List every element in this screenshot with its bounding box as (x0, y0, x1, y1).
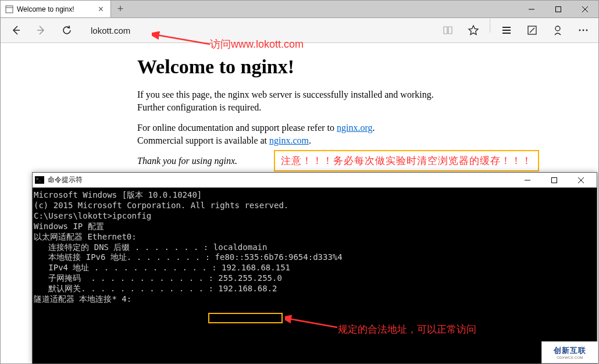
svg-rect-18 (552, 177, 557, 183)
close-button[interactable] (572, 1, 598, 17)
forward-button[interactable] (30, 19, 53, 42)
cmd-output: Microsoft Windows [版本 10.0.10240](c) 201… (33, 188, 597, 307)
svg-point-15 (586, 30, 588, 31)
more-button[interactable] (572, 19, 595, 42)
cmd-line: Windows IP 配置 (34, 222, 596, 232)
toolbar-divider (490, 19, 490, 33)
tab-title: Welcome to nginx! (17, 5, 92, 13)
watermark-logo: 创新互联 CDXWCX.COM (541, 341, 598, 363)
cmd-line: 本地链接 IPv6 地址. . . . . . . . : fe80::535:… (34, 252, 596, 263)
cmd-minimize-button[interactable] (514, 173, 541, 188)
reading-view-button[interactable] (436, 19, 459, 42)
webnote-button[interactable] (520, 19, 544, 42)
cmd-line: 隧道适配器 本地连接* 4: (34, 294, 596, 305)
cmd-line: Microsoft Windows [版本 10.0.10240] (34, 190, 596, 201)
svg-rect-0 (6, 6, 13, 13)
cmd-line: 以太网适配器 Ethernet0: (34, 232, 596, 242)
cmd-title-text: 命令提示符 (48, 175, 83, 185)
cmd-maximize-button[interactable] (541, 173, 568, 188)
minimize-button[interactable] (518, 1, 545, 17)
cmd-line: (c) 2015 Microsoft Corporation. All righ… (34, 201, 596, 211)
cmd-close-button[interactable] (568, 173, 594, 188)
docs-paragraph: For online documentation and support ple… (137, 122, 462, 147)
favorite-button[interactable] (462, 19, 485, 42)
annotation-ip-highlight (208, 313, 283, 323)
address-bar[interactable] (84, 22, 430, 40)
cmd-line: C:\Users\lokott>ipconfig (34, 211, 596, 222)
cmd-icon (35, 176, 44, 184)
cmd-titlebar[interactable]: 命令提示符 (33, 173, 597, 188)
page-icon (5, 5, 13, 13)
annotation-legal-ip-text: 规定的合法地址，可以正常访问 (338, 323, 476, 336)
annotation-visit-text: 访问www.lokott.com (210, 37, 304, 51)
window-controls (518, 1, 598, 17)
tab-bar: Welcome to nginx! × + (1, 1, 598, 18)
nginx-org-link[interactable]: nginx.org (337, 123, 372, 133)
cmd-line: 默认网关. . . . . . . . . . . . . : 192.168.… (34, 284, 596, 294)
svg-point-12 (555, 26, 560, 31)
cmd-line: 连接特定的 DNS 后缀 . . . . . . . : localdomain (34, 242, 596, 253)
svg-point-14 (583, 30, 584, 31)
cmd-line: 子网掩码 . . . . . . . . . . . . : 255.255.2… (34, 273, 596, 284)
new-tab-button[interactable]: + (111, 1, 130, 17)
cmd-window: 命令提示符 Microsoft Windows [版本 10.0.10240](… (32, 172, 597, 364)
intro-paragraph: If you see this page, the nginx web serv… (137, 88, 462, 113)
annotation-arrow-ip (285, 315, 343, 331)
maximize-button[interactable] (545, 1, 572, 17)
annotation-cache-warning: 注意！！！务必每次做实验时清空浏览器的缓存！！！ (274, 150, 539, 172)
svg-line-21 (288, 319, 337, 327)
tab-close-button[interactable]: × (96, 4, 106, 15)
watermark-text-small: CDXWCX.COM (557, 356, 583, 359)
watermark-text-big: 创新互联 (554, 345, 586, 356)
svg-rect-3 (556, 6, 561, 12)
svg-point-13 (579, 30, 581, 31)
share-button[interactable] (546, 19, 569, 42)
nginx-com-link[interactable]: nginx.com (269, 135, 309, 145)
hub-button[interactable] (495, 19, 518, 42)
back-button[interactable] (4, 19, 27, 42)
page-heading: Welcome to nginx! (137, 56, 462, 78)
cmd-line: IPv4 地址 . . . . . . . . . . . . : 192.16… (34, 263, 596, 273)
active-tab[interactable]: Welcome to nginx! × (1, 1, 111, 17)
refresh-button[interactable] (55, 19, 79, 42)
